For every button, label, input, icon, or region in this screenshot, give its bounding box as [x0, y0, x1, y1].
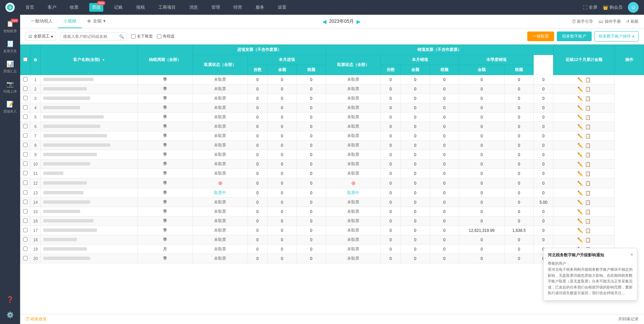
edit-icon[interactable]: ✏️	[577, 171, 583, 176]
row-checkbox[interactable]	[23, 247, 28, 251]
next-month-button[interactable]: ▶	[357, 18, 361, 25]
row-checkbox[interactable]	[23, 237, 28, 242]
nav-home[interactable]: 首页	[23, 3, 37, 12]
fullscreen-button[interactable]: ⛶ 全屏	[583, 4, 597, 10]
search-box[interactable]: 🔍	[60, 33, 127, 41]
row-checkbox[interactable]	[23, 209, 28, 213]
edit-icon[interactable]: ✏️	[577, 190, 583, 196]
sidebar-item-zhidengpiao[interactable]: new 📋 智能取票	[0, 17, 20, 36]
copy-icon[interactable]: 📋	[585, 133, 591, 139]
row-checkbox[interactable]	[23, 161, 28, 166]
row-checkbox[interactable]	[23, 143, 28, 147]
edit-icon[interactable]: ✏️	[577, 200, 583, 205]
nav-business[interactable]: 工商项目	[156, 3, 178, 12]
row-checkbox[interactable]	[23, 190, 28, 195]
employee-select[interactable]: ☑ 全部员工 ▾	[25, 32, 56, 41]
edit-icon[interactable]: ✏️	[577, 161, 583, 167]
row-checkbox[interactable]	[23, 96, 28, 100]
copy-icon[interactable]: 📋	[585, 143, 591, 148]
edit-icon[interactable]: ✏️	[577, 77, 583, 82]
ledger-checkbox[interactable]	[131, 34, 136, 39]
member-button[interactable]: 👑 购会员	[603, 4, 623, 10]
copy-icon[interactable]: 📋	[585, 190, 591, 196]
copy-icon[interactable]: 📋	[585, 237, 591, 243]
edit-icon[interactable]: ✏️	[577, 124, 583, 129]
copy-icon[interactable]: 📋	[585, 228, 591, 233]
edit-icon[interactable]: ✏️	[577, 105, 583, 111]
tab-general[interactable]: 一般纳税人	[25, 15, 58, 28]
row-checkbox[interactable]	[23, 228, 28, 232]
copy-icon[interactable]: 📋	[585, 209, 591, 214]
nav-service[interactable]: 服务	[253, 3, 267, 12]
row-checkbox[interactable]	[23, 105, 28, 110]
nav-message[interactable]: 消息	[186, 3, 201, 12]
edit-icon[interactable]: ✏️	[577, 209, 583, 214]
edit-icon[interactable]: ✏️	[577, 181, 583, 186]
filter-icon[interactable]: ▼	[102, 58, 105, 62]
edit-icon[interactable]: ✏️	[577, 96, 583, 101]
row-checkbox[interactable]	[23, 218, 28, 223]
ledger-checkbox-label[interactable]: 名下账套	[131, 34, 153, 39]
row-checkbox[interactable]	[23, 171, 28, 175]
nav-manage[interactable]: 管理	[209, 3, 223, 12]
row-checkbox[interactable]	[23, 181, 28, 185]
edit-icon[interactable]: ✏️	[577, 237, 583, 243]
copy-icon[interactable]: 📋	[585, 152, 591, 157]
row-checkbox[interactable]	[23, 115, 28, 119]
taxpad-checkbox[interactable]	[157, 34, 161, 39]
copy-icon[interactable]: 📋	[585, 218, 591, 224]
row-checkbox[interactable]	[23, 77, 28, 81]
row-checkbox[interactable]	[23, 124, 28, 128]
fetch-all-button[interactable]: 一键取票	[527, 31, 554, 41]
edit-icon[interactable]: ✏️	[577, 86, 583, 92]
copy-icon[interactable]: 📋	[585, 96, 591, 101]
user-avatar[interactable]: U	[628, 2, 639, 13]
sidebar-item-saomiao[interactable]: 📷 扫描上传	[0, 78, 20, 96]
prev-month-button[interactable]: ◀	[322, 18, 326, 25]
row-checkbox[interactable]	[23, 152, 28, 156]
edit-icon[interactable]: ✏️	[577, 152, 583, 157]
copy-icon[interactable]: 📋	[585, 105, 591, 111]
copy-icon[interactable]: 📋	[585, 200, 591, 205]
sidebar-help[interactable]: ❓	[5, 293, 15, 306]
sidebar-item-kaipiao[interactable]: 🧾 发票开具	[0, 38, 20, 56]
nav-receipt[interactable]: 收票	[67, 3, 81, 12]
nav-accounting[interactable]: 记账	[111, 3, 125, 12]
tab-small[interactable]: 小规模	[58, 15, 82, 28]
row-checkbox[interactable]	[23, 256, 28, 260]
notification-close-button[interactable]: ×	[631, 252, 633, 258]
row-checkbox[interactable]	[23, 86, 28, 91]
manual-button[interactable]: 📖 操作手册	[598, 19, 621, 24]
edit-icon[interactable]: ✏️	[577, 115, 583, 120]
tax-account-button[interactable]: 税务数字账户	[557, 31, 592, 41]
edit-icon[interactable]: ✏️	[577, 133, 583, 139]
nav-invoice[interactable]: 票据new	[89, 3, 103, 12]
copy-icon[interactable]: 📋	[585, 115, 591, 120]
tab-all[interactable]: ⊕ 全能 ▾	[82, 15, 111, 28]
search-input[interactable]	[63, 34, 118, 39]
row-checkbox[interactable]	[23, 200, 28, 204]
row-checkbox[interactable]	[23, 133, 28, 138]
edit-icon[interactable]: ✏️	[577, 218, 583, 224]
copy-icon[interactable]: 📋	[585, 181, 591, 186]
edit-icon[interactable]: ✏️	[577, 143, 583, 148]
tax-account-ops-button[interactable]: 税务数字账户操作 ▾	[594, 31, 639, 42]
sidebar-item-piaojuru[interactable]: 📝 票据录入	[0, 98, 20, 117]
taxpad-checkbox-label[interactable]: 有税盘	[157, 34, 175, 39]
sidebar-config[interactable]: ⚙️	[5, 309, 15, 321]
sidebar-item-huizong[interactable]: 📊 票据汇总	[0, 58, 20, 76]
copy-icon[interactable]: 📋	[585, 86, 591, 92]
copy-icon[interactable]: 📋	[585, 124, 591, 129]
copy-icon[interactable]: 📋	[585, 171, 591, 176]
select-all-checkbox[interactable]	[23, 57, 28, 62]
nav-settings[interactable]: 设置	[275, 3, 289, 12]
refresh-button[interactable]: ↺ 刷新	[626, 19, 639, 24]
policy-link[interactable]: ⑦ 税务政策	[25, 316, 47, 322]
nav-tax[interactable]: 报税	[133, 3, 148, 12]
nav-client[interactable]: 客户	[45, 3, 59, 12]
new-guide-button[interactable]: ⑦ 新手引导	[572, 19, 593, 24]
edit-icon[interactable]: ✏️	[577, 228, 583, 233]
nav-operation[interactable]: 经营	[231, 3, 245, 12]
copy-icon[interactable]: 📋	[585, 77, 591, 82]
copy-icon[interactable]: 📋	[585, 161, 591, 167]
